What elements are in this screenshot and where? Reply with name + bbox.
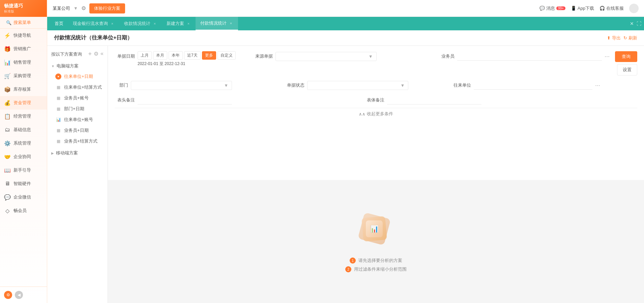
tab-receipts[interactable]: 收款情况统计 × <box>119 17 162 30</box>
sidebar-item-basic-info[interactable]: 🗂 基础信息 <box>0 123 47 137</box>
sidebar-item-hardware[interactable]: 🖥 智能硬件 <box>0 177 47 190</box>
status-select[interactable]: ▼ <box>307 81 408 90</box>
filter-row-3: 表头备注 表体备注 <box>115 95 637 105</box>
sidebar-item-enterprise[interactable]: 🤝 企业协同 <box>0 150 47 163</box>
empty-illustration: 📊 <box>354 210 398 251</box>
date-btn-more[interactable]: 更多 <box>202 51 216 60</box>
tab-new-scheme-close[interactable]: × <box>186 21 191 26</box>
sidebar-item-finance[interactable]: 💰 资金管理 <box>0 96 47 110</box>
marketing-icon: 🎁 <box>4 46 11 52</box>
date-btn-this-month[interactable]: 本月 <box>153 51 167 60</box>
scheme-item-4-label: 往来单位+账号 <box>64 117 93 123</box>
sidebar-item-member[interactable]: ◇ 畅会员 <box>0 204 47 217</box>
collapse-sidebar-icon[interactable]: ◀ <box>15 291 23 299</box>
scheme-group-mobile-header[interactable]: ▶ 移动端方案 <box>47 148 108 158</box>
scheme-item-6[interactable]: ▦ 业务员+结算方式 <box>47 136 108 147</box>
date-btn-this-year[interactable]: 本年 <box>169 51 183 60</box>
tab-payments[interactable]: 付款情况统计 × <box>196 17 238 30</box>
header-settings-icon[interactable]: ⚙ <box>81 5 86 11</box>
service-action[interactable]: 🎧 在线客服 <box>599 5 624 11</box>
dept-select[interactable]: ▼ <box>131 81 232 90</box>
tab-payments-close[interactable]: × <box>229 21 233 26</box>
sidebar-item-sales[interactable]: 📊 销售管理 <box>0 56 47 69</box>
collapse-bar[interactable]: ∧∧ 收起更多条件 <box>115 108 637 120</box>
scheme-item-2-label: 业务员+账号 <box>64 95 89 101</box>
sidebar-item-quick-nav[interactable]: ⚡ 快捷导航 <box>0 29 47 42</box>
sidebar-item-system[interactable]: ⚙️ 系统管理 <box>0 137 47 150</box>
basic-info-icon: 🗂 <box>4 126 11 133</box>
scheme-add-icon[interactable]: + <box>88 51 92 58</box>
sidebar-item-purchase[interactable]: 🛒 采购管理 <box>0 69 47 83</box>
agent-filter-dots[interactable]: ··· <box>605 53 610 60</box>
date-filter-label: 单据日期 <box>115 51 135 61</box>
source-filter-label: 来源单据 <box>249 51 273 61</box>
tab-maximize-icon[interactable]: ⛶ <box>637 21 641 26</box>
sidebar-search[interactable]: 🔍 搜索菜单 <box>0 17 47 29</box>
member-icon: ◇ <box>4 207 11 214</box>
wechat-label: 企业微信 <box>13 194 31 200</box>
export-button[interactable]: ⬆ 导出 <box>607 35 621 41</box>
query-button[interactable]: 查询 <box>615 51 637 62</box>
agent-filter-input[interactable] <box>457 52 602 61</box>
scheme-item-3[interactable]: ▦ 部门+日期 <box>47 103 108 114</box>
sidebar-item-wechat[interactable]: 💬 企业微信 <box>0 190 47 204</box>
tab-bar-actions: ✕ ⛶ <box>630 21 641 26</box>
dropdown-arrow-icon[interactable]: ▼ <box>74 6 78 11</box>
source-filter-group: 来源单据 ▼ <box>249 51 423 61</box>
download-action[interactable]: 📱 App下载 <box>571 5 594 11</box>
partner-filter-input[interactable] <box>474 81 592 90</box>
group-desktop-label: 电脑端方案 <box>57 63 79 69</box>
trial-button[interactable]: 体验行业方案 <box>89 3 125 13</box>
cube-front: 📊 <box>366 220 383 237</box>
dept-filter-label: 部门 <box>115 80 128 90</box>
partner-filter-dots[interactable]: ··· <box>595 82 600 89</box>
date-btn-last-month[interactable]: 上月 <box>138 51 152 60</box>
scheme-item-0[interactable]: ● 往来单位+日期 <box>47 71 108 82</box>
tab-bank-flow[interactable]: 现金银行流水查询 × <box>68 17 119 30</box>
scheme-table-icon-6: ▦ <box>55 138 61 144</box>
guide-label: 新手引导 <box>13 167 31 173</box>
quick-nav-icon: ⚡ <box>4 32 11 39</box>
results-area: 📊 1 请先选择要分析的方案 2 用过滤条件来缩小分析范围 <box>108 180 644 303</box>
tab-receipts-close[interactable]: × <box>152 21 157 26</box>
refresh-icon: ↻ <box>623 35 627 40</box>
messages-action[interactable]: 💬 消息 99+ <box>539 5 565 11</box>
step-2-icon: 2 <box>345 266 351 272</box>
scheme-settings-icon[interactable]: ⚙ <box>94 51 98 58</box>
sidebar-item-inventory[interactable]: 📦 库存核算 <box>0 83 47 96</box>
scheme-item-5[interactable]: ▦ 业务员+日期 <box>47 125 108 136</box>
scheme-collapse-icon[interactable]: « <box>100 51 104 58</box>
sidebar-item-marketing[interactable]: 🎁 营销推广 <box>0 42 47 56</box>
sidebar-item-management[interactable]: 📋 经营管理 <box>0 110 47 123</box>
sidebar-item-guide[interactable]: 📖 新手引导 <box>0 163 47 177</box>
date-btn-7days[interactable]: 近7天 <box>184 51 201 60</box>
scheme-item-1[interactable]: ▦ 往来单位+结算方式 <box>47 82 108 93</box>
head-note-input[interactable] <box>138 96 232 104</box>
quick-nav-label: 快捷导航 <box>13 32 31 38</box>
tab-bank-flow-close[interactable]: × <box>110 21 115 26</box>
tab-close-all-icon[interactable]: ✕ <box>630 21 634 26</box>
tab-new-scheme[interactable]: 新建方案 × <box>162 17 196 30</box>
tab-home[interactable]: 首页 <box>50 17 68 30</box>
date-filter-controls: 上月 本月 本年 近7天 更多 自定义 2022-01-01 至 2022-12… <box>138 51 236 67</box>
right-content: 单据日期 上月 本月 本年 近7天 更多 自定义 2022-01-01 至 20… <box>108 46 644 303</box>
scheme-item-4[interactable]: 📊 往来单位+账号 <box>47 114 108 125</box>
member-label: 畅会员 <box>13 208 27 214</box>
date-btn-custom[interactable]: 自定义 <box>217 51 236 60</box>
scheme-panel-title: 按以下方案查询 <box>51 51 82 57</box>
refresh-button[interactable]: ↻ 刷新 <box>623 35 637 41</box>
scheme-group-desktop-header[interactable]: ▼ 电脑端方案 <box>47 61 108 71</box>
refresh-label: 刷新 <box>628 35 637 41</box>
top-header: 某某公司 ▼ ⚙ 体验行业方案 💬 消息 99+ 📱 App下载 🎧 在线客服 <box>47 0 644 17</box>
tab-bank-flow-label: 现金银行流水查询 <box>73 21 108 27</box>
collapse-up-icon: ∧∧ <box>359 112 365 117</box>
source-select[interactable]: ▼ <box>275 52 377 61</box>
user-avatar[interactable] <box>629 4 639 13</box>
app-name: 畅捷通巧 <box>4 3 23 9</box>
scheme-item-2[interactable]: ▦ 业务员+账号 <box>47 93 108 103</box>
scheme-table-icon-2: ▦ <box>55 95 61 101</box>
settings-bottom-icon[interactable]: ⚙ <box>4 291 12 299</box>
sales-label: 销售管理 <box>13 59 31 65</box>
body-note-input[interactable] <box>387 96 481 104</box>
settings-button[interactable]: 设置 <box>617 64 637 75</box>
